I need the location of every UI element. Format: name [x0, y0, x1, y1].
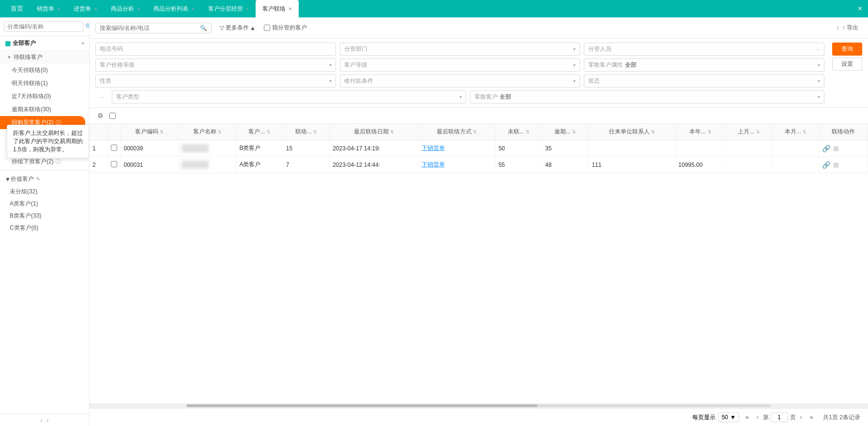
gear-button[interactable]: ⚙ [95, 111, 106, 120]
close-customer-tier-tab[interactable]: × [246, 6, 249, 12]
last-page-btn[interactable]: » [807, 412, 817, 422]
my-customer-check[interactable]: 我分管的客户 [264, 24, 307, 32]
sidebar-item-today[interactable]: 今天待联络(0) [0, 64, 89, 77]
tab-analysis-list[interactable]: 商品分析列表 × [147, 0, 201, 17]
close-analysis-list-tab[interactable]: × [191, 6, 194, 12]
search-input[interactable] [100, 25, 198, 31]
tab-customer-contact[interactable]: 客户联络 × [256, 0, 298, 17]
filter-scatter-customer[interactable]: 零散客户 全部 ▾ [470, 90, 824, 103]
sidebar-item-overdue[interactable]: 逾期未联络(30) [0, 103, 89, 116]
setting-button[interactable]: 设置 [832, 58, 862, 71]
filter-payment[interactable]: 收付款条件 ▾ [340, 74, 580, 88]
col-overdue[interactable]: 逾期... ⇅ [542, 124, 589, 140]
close-all-tabs[interactable]: × [858, 4, 862, 13]
close-customer-contact-tab[interactable]: × [289, 6, 291, 12]
page-number-input[interactable] [771, 412, 788, 422]
link-method-2[interactable]: 下销货单 [422, 161, 445, 168]
cell-contact-2: 7 [283, 157, 329, 173]
sidebar-item-tomorrow[interactable]: 明天待联络(1) [0, 77, 89, 90]
cell-month-1 [772, 140, 819, 157]
tab-customer-tier[interactable]: 客户分层经营 × [201, 0, 256, 17]
link-method-1[interactable]: 下销货单 [422, 145, 445, 151]
per-page-select[interactable]: 50 ▼ [718, 412, 739, 422]
filter-manager[interactable]: 分管人员 ··· [584, 43, 824, 56]
cell-year-2: 10995.00 [675, 157, 726, 173]
filter-customer-level[interactable]: 客户等级 ▾ [340, 59, 580, 72]
sort-unit-icon: ⇅ [651, 130, 655, 134]
page-input-wrap: 第 页 [763, 412, 796, 422]
wait-contact-header[interactable]: ▼ 待联络客户 [0, 51, 89, 64]
filter-phone[interactable]: 电话号码 [95, 43, 336, 56]
query-button[interactable]: 查询 [832, 43, 862, 56]
value-customer-header[interactable]: ▼ 价值客户 ✎ [0, 173, 89, 186]
tab-purchase[interactable]: 进货单 × [67, 0, 104, 17]
first-page-btn[interactable]: « [742, 412, 752, 422]
search-input-wrap[interactable]: 🔍 [95, 23, 212, 33]
cell-index-1: 1 [90, 140, 107, 157]
sidebar-next-arrow[interactable]: › [46, 416, 49, 424]
col-last-contact-date[interactable]: 最后联络日期 ⇅ [330, 124, 418, 140]
wait-contact-arrow: ▼ [7, 55, 12, 60]
export-button[interactable]: ↑ ↑ 导出 [833, 22, 862, 34]
close-analysis-tab[interactable]: × [137, 6, 140, 12]
select-all-checkbox[interactable] [109, 113, 116, 119]
action-more-icon-1[interactable]: ⊞ [833, 145, 839, 152]
sidebar-item-c-class[interactable]: C类客户(6) [0, 222, 89, 234]
filter-customer-type-label: 客户类型 [116, 93, 139, 101]
scrollbar-thumb[interactable] [186, 404, 537, 407]
cell-action-1: 🔗 ⊞ [819, 140, 868, 157]
col-last-contact-method[interactable]: 最后联络方式 ⇅ [418, 124, 495, 140]
total-info: 共1页 2条记录 [823, 413, 860, 422]
search-icon[interactable]: 🔍 [200, 25, 207, 31]
filter-nature[interactable]: 性质 ▾ [95, 74, 336, 88]
all-customers-title[interactable]: ▦ 全部客户 « [0, 36, 89, 51]
sidebar-item-a-class[interactable]: A类客户(1) [0, 198, 89, 210]
cell-checkbox-1[interactable] [107, 140, 121, 157]
action-link-icon-2[interactable]: 🔗 [822, 161, 830, 169]
cell-year-1 [675, 140, 726, 157]
cell-checkbox-2[interactable] [107, 157, 121, 173]
sidebar-item-7days[interactable]: 近7天待联络(0) [0, 90, 89, 103]
col-customer-name[interactable]: 客户名称 ⇅ [178, 124, 236, 140]
close-sales-tab[interactable]: × [57, 6, 60, 12]
prev-page-btn[interactable]: ‹ [753, 412, 762, 422]
col-customer-type[interactable]: 客户... ⇅ [236, 124, 283, 140]
close-purchase-tab[interactable]: × [94, 6, 97, 12]
value-customer-edit-icon[interactable]: ✎ [36, 176, 40, 182]
tab-sales[interactable]: 销货单 × [30, 0, 67, 17]
my-customer-checkbox[interactable] [264, 25, 270, 31]
cell-type-1: B类客户 [236, 140, 283, 157]
filter-price-level[interactable]: 客户价格等级 ▾ [95, 59, 336, 72]
cell-method-1[interactable]: 下销货单 [418, 140, 495, 157]
filter-manager-dots: ··· [815, 46, 820, 53]
category-search-input[interactable] [4, 21, 83, 32]
action-more-icon-2[interactable]: ⊞ [833, 161, 839, 169]
sidebar-item-ungroup[interactable]: 未分组(32) [0, 186, 89, 198]
col-this-year[interactable]: 本年... ⇅ [675, 124, 726, 140]
action-link-icon-1[interactable]: 🔗 [822, 145, 830, 152]
cell-method-2[interactable]: 下销货单 [418, 157, 495, 173]
sidebar-prev-arrow[interactable]: ‹ [40, 416, 43, 424]
more-filter-button[interactable]: ▽ 更多条件 ▲ [215, 21, 260, 34]
filter-customer-type[interactable]: 客户类型 ▾ [112, 90, 466, 103]
col-customer-code[interactable]: 客户编码 ⇅ [121, 124, 178, 140]
col-not-contacted[interactable]: 未联... ⇅ [495, 124, 542, 140]
filter-more-dots[interactable]: ··· [95, 92, 108, 103]
filter-status-label: 状态 [588, 77, 600, 85]
horizontal-scrollbar[interactable] [90, 403, 868, 408]
filter-dept[interactable]: 分管部门 ▾ [340, 43, 580, 56]
filter-scatter-attr[interactable]: 零散客户属性 全部 ▾ [584, 59, 824, 72]
next-page-btn[interactable]: › [797, 412, 806, 422]
col-this-month[interactable]: 本月... ⇅ [772, 124, 819, 140]
col-last-month[interactable]: 上月... ⇅ [726, 124, 772, 140]
col-unit-contacts[interactable]: 往来单位联系人 ⇅ [589, 124, 675, 140]
category-search-icon[interactable]: 🔍 [85, 23, 90, 30]
pagination: 每页显示 50 ▼ « ‹ 第 页 › » 共1页 2条记录 [90, 408, 868, 426]
cell-index-2: 2 [90, 157, 107, 173]
col-contact-count[interactable]: 联络... ⇅ [283, 124, 329, 140]
filter-manager-label: 分管人员 [588, 45, 611, 53]
sidebar-item-b-class[interactable]: B类客户(33) [0, 210, 89, 222]
tab-home[interactable]: 首页 [4, 0, 30, 17]
tab-analysis[interactable]: 商品分析 × [104, 0, 147, 17]
filter-status[interactable]: 状态 ▾ [584, 74, 824, 88]
